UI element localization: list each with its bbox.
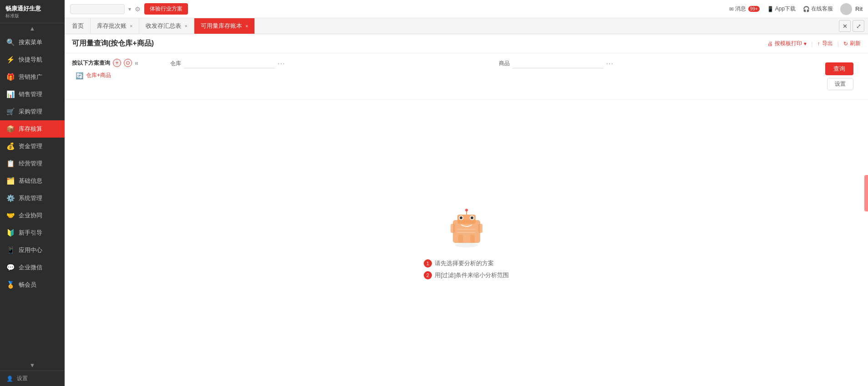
user-avatar-icon: 👤 — [6, 376, 13, 382]
sidebar-item-label: 畅会员 — [19, 281, 36, 289]
sidebar-item-label: 应用中心 — [19, 246, 42, 254]
appcenter-icon: 📱 — [6, 246, 15, 254]
sidebar-item-label: 营销推广 — [19, 73, 42, 81]
sidebar-item-label: 搜索菜单 — [19, 38, 42, 46]
chevron-down-icon[interactable]: ▾ — [128, 6, 131, 12]
sidebar-item-basic[interactable]: 🗂️ 基础信息 — [0, 172, 65, 190]
scheme-item-warehouse-product[interactable]: 🔄 仓库+商品 — [72, 70, 163, 81]
page-header: 可用量查询(按仓库+商品) 🖨 按模板打印 ▾ | ↑ 导出 | ↻ 刷新 — [65, 34, 868, 53]
empty-tip-1: 1 请先选择要分析的方案 — [424, 259, 509, 268]
query-button[interactable]: 查询 — [825, 62, 853, 75]
refresh-button[interactable]: ↻ 刷新 — [843, 40, 861, 47]
print-icon: 🖨 — [767, 41, 773, 47]
filter-area: 按以下方案查询 + ⊙ « 🔄 仓库+商品 — [65, 53, 868, 100]
warehouse-field: 仓库 ··· — [170, 59, 490, 68]
export-label: 导出 — [822, 40, 833, 47]
settings-small-icon: ⊙ — [126, 60, 130, 66]
sidebar-item-member[interactable]: 🏅 畅会员 — [0, 276, 65, 293]
sidebar-scroll-up[interactable]: ▲ — [0, 23, 65, 34]
sidebar-item-label: 基础信息 — [19, 177, 42, 185]
phone-icon: 📱 — [767, 6, 774, 12]
filter-settings-button[interactable]: 设置 — [827, 78, 853, 90]
message-icon: ✉ — [729, 6, 734, 12]
sidebar-item-search[interactable]: 🔍 搜索菜单 — [0, 34, 65, 51]
export-button[interactable]: ↑ 导出 — [817, 40, 833, 47]
marketing-icon: 🎁 — [6, 73, 15, 81]
tab-home[interactable]: 首页 — [65, 18, 91, 34]
tab-deposit-summary[interactable]: 收发存汇总表 × — [139, 18, 194, 34]
sidebar: 畅康通好生意 标准版 ▲ 🔍 搜索菜单 ⚡ 快捷导航 🎁 营销推广 📊 销售管理… — [0, 0, 65, 386]
tip-num-1: 1 — [424, 259, 432, 268]
sidebar-item-label: 企业协同 — [19, 211, 42, 220]
export-icon: ↑ — [817, 41, 820, 47]
search-icon: 🔍 — [6, 38, 15, 46]
main-area: ▾ ⚙ 体验行业方案 ✉ 消息 99+ 📱 App下载 🎧 在线客服 Rit — [65, 0, 868, 386]
sidebar-item-label: 库存核算 — [19, 125, 42, 133]
sidebar-item-system[interactable]: ⚙️ 系统管理 — [0, 190, 65, 207]
tab-batch-ledger[interactable]: 库存批次账 × — [91, 18, 139, 34]
collapse-icon[interactable]: « — [135, 59, 138, 67]
sidebar-bottom[interactable]: 👤 设置 — [0, 371, 65, 386]
sidebar-item-inventory[interactable]: 📦 库存核算 — [0, 120, 65, 138]
message-button[interactable]: ✉ 消息 99+ — [729, 5, 760, 13]
tab-available-ledger-close[interactable]: × — [245, 23, 248, 29]
sidebar-item-wechat[interactable]: 💬 企业微信 — [0, 259, 65, 276]
wechat-icon: 💬 — [6, 263, 15, 272]
sidebar-scroll-down[interactable]: ▼ — [0, 360, 65, 371]
filter-fields-panel: 仓库 ··· 商品 ··· 查询 设置 — [170, 59, 861, 94]
sidebar-item-label: 快捷导航 — [19, 56, 42, 64]
message-badge: 99+ — [748, 6, 760, 12]
empty-state: 1 请先选择要分析的方案 2 用[过滤]条件来缩小分析范围 — [65, 100, 868, 386]
trial-button[interactable]: 体验行业方案 — [144, 3, 188, 15]
message-label: 消息 — [735, 5, 746, 13]
print-template-button[interactable]: 🖨 按模板打印 ▾ — [767, 40, 807, 47]
divider: | — [811, 40, 812, 47]
add-scheme-button[interactable]: + — [113, 59, 121, 67]
sidebar-nav: 🔍 搜索菜单 ⚡ 快捷导航 🎁 营销推广 📊 销售管理 🛒 采购管理 📦 库存核… — [0, 34, 65, 360]
query-buttons: 查询 设置 — [818, 59, 861, 94]
product-more-icon[interactable]: ··· — [606, 60, 614, 68]
user-area[interactable]: Rit — [840, 3, 863, 15]
tabs-actions: ✕ ⤢ — [839, 20, 868, 32]
app-download-button[interactable]: 📱 App下载 — [767, 5, 796, 13]
finance-icon: 💰 — [6, 142, 15, 150]
sidebar-item-label: 系统管理 — [19, 194, 42, 202]
sidebar-item-shortcut[interactable]: ⚡ 快捷导航 — [0, 51, 65, 68]
right-scrollbar[interactable] — [864, 175, 868, 211]
gear-icon[interactable]: ⚙ — [135, 5, 141, 13]
sidebar-item-appcenter[interactable]: 📱 应用中心 — [0, 242, 65, 259]
sidebar-item-newguide[interactable]: 🔰 新手引导 — [0, 224, 65, 242]
topbar: ▾ ⚙ 体验行业方案 ✉ 消息 99+ 📱 App下载 🎧 在线客服 Rit — [65, 0, 868, 18]
sidebar-item-sales[interactable]: 📊 销售管理 — [0, 86, 65, 103]
warehouse-more-icon[interactable]: ··· — [278, 60, 285, 68]
topbar-right: ✉ 消息 99+ 📱 App下载 🎧 在线客服 Rit — [729, 3, 863, 15]
tab-deposit-summary-close[interactable]: × — [184, 23, 187, 29]
search-input[interactable] — [70, 4, 125, 14]
sidebar-item-label: 经营管理 — [19, 160, 42, 168]
maximize-tab-button[interactable]: ⤢ — [853, 20, 864, 32]
product-input[interactable] — [513, 59, 604, 68]
tip-text-1: 请先选择要分析的方案 — [435, 259, 494, 268]
sidebar-item-purchase[interactable]: 🛒 采购管理 — [0, 103, 65, 120]
warehouse-input[interactable] — [184, 59, 275, 68]
shortcut-icon: ⚡ — [6, 56, 15, 64]
sidebar-item-enterprise[interactable]: 🤝 企业协同 — [0, 207, 65, 224]
sidebar-bottom-label: 设置 — [17, 375, 28, 382]
username: Rit — [855, 5, 863, 12]
online-service-button[interactable]: 🎧 在线客服 — [803, 5, 833, 13]
chevron-print-icon: ▾ — [804, 41, 807, 47]
tab-available-ledger[interactable]: 可用量库存账本 × — [194, 18, 255, 34]
sidebar-item-operations[interactable]: 📋 经营管理 — [0, 155, 65, 172]
warehouse-label: 仓库 — [170, 60, 181, 67]
sidebar-item-finance[interactable]: 💰 资金管理 — [0, 138, 65, 155]
scheme-settings-button[interactable]: ⊙ — [124, 59, 132, 67]
sidebar-item-label: 新手引导 — [19, 229, 42, 237]
sidebar-header: 畅康通好生意 标准版 — [0, 0, 65, 23]
refresh-icon: ↻ — [843, 41, 848, 47]
purchase-icon: 🛒 — [6, 108, 15, 116]
tab-batch-ledger-close[interactable]: × — [130, 23, 132, 29]
sidebar-item-marketing[interactable]: 🎁 营销推广 — [0, 68, 65, 86]
close-tab-button[interactable]: ✕ — [839, 20, 851, 32]
empty-tips: 1 请先选择要分析的方案 2 用[过滤]条件来缩小分析范围 — [424, 259, 509, 279]
page-title: 可用量查询(按仓库+商品) — [72, 39, 154, 48]
